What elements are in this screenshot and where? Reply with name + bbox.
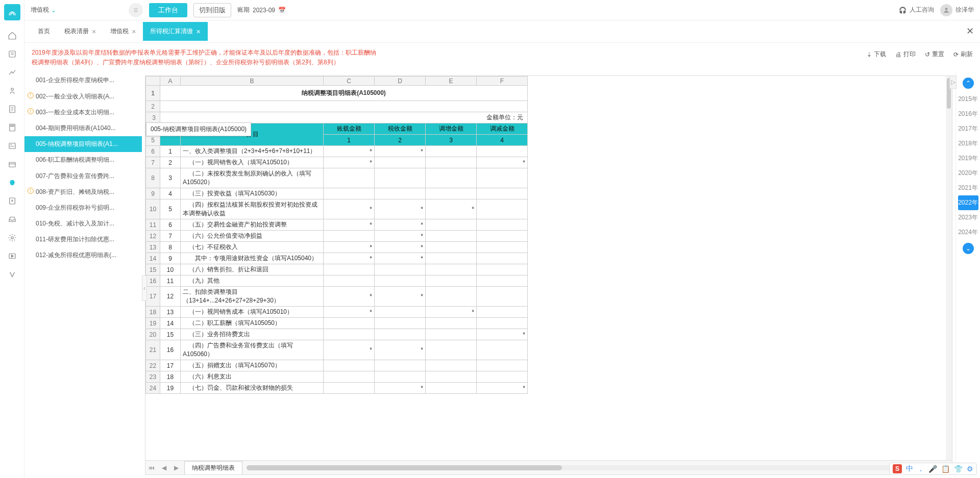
- cell-value[interactable]: [375, 157, 426, 168]
- cell-value[interactable]: [375, 307, 426, 318]
- form-list-item[interactable]: 010-免税、减计收入及加计...: [24, 216, 142, 232]
- nav-money-icon[interactable]: [0, 82, 24, 100]
- cell-value[interactable]: *: [324, 157, 375, 168]
- nav-settings-icon[interactable]: [0, 229, 24, 247]
- cell-item[interactable]: （二）职工薪酬（填写A105050）: [181, 318, 324, 329]
- cell-item[interactable]: （五）交易性金融资产初始投资调整: [181, 219, 324, 231]
- expand-handle[interactable]: ▷: [949, 76, 957, 89]
- cell-value[interactable]: *: [426, 199, 477, 219]
- column-header[interactable]: F: [477, 77, 528, 86]
- cell-value[interactable]: *: [324, 199, 375, 219]
- cell-value[interactable]: *: [375, 231, 426, 242]
- cell-value[interactable]: [426, 231, 477, 242]
- row-header[interactable]: 22: [146, 360, 160, 371]
- nav-video-icon[interactable]: [0, 247, 24, 265]
- cell-value[interactable]: [426, 264, 477, 275]
- cell-value[interactable]: [477, 264, 528, 275]
- ime-mic-icon[interactable]: 🎤: [928, 465, 937, 473]
- cell-value[interactable]: *: [477, 329, 528, 340]
- tab-首页[interactable]: 首页: [31, 22, 57, 41]
- row-header[interactable]: 24: [146, 383, 160, 394]
- cell-value[interactable]: [426, 371, 477, 383]
- cell-value[interactable]: [426, 318, 477, 329]
- cell-value[interactable]: [477, 360, 528, 371]
- nav-home-icon[interactable]: [0, 27, 24, 45]
- nav-report-icon[interactable]: [0, 137, 24, 155]
- cell-item[interactable]: （一）视同销售收入（填写A105010）: [181, 157, 324, 168]
- cell-value[interactable]: [477, 242, 528, 253]
- cell-value[interactable]: [477, 188, 528, 199]
- year-button[interactable]: 2020年: [958, 166, 978, 181]
- cell-item[interactable]: （九）其他: [181, 275, 324, 287]
- cell-item[interactable]: （三）业务招待费支出: [181, 329, 324, 340]
- cell-value[interactable]: *: [324, 242, 375, 253]
- row-header[interactable]: 13: [146, 242, 160, 253]
- cell-value[interactable]: [426, 287, 477, 307]
- cell-item[interactable]: （三）投资收益（填写A105030）: [181, 188, 324, 199]
- print-button[interactable]: 🖨打印: [895, 50, 916, 59]
- nav-inbox-icon[interactable]: [0, 210, 24, 229]
- cell-value[interactable]: *: [324, 253, 375, 264]
- cell-value[interactable]: *: [324, 219, 375, 231]
- cell-value[interactable]: *: [375, 219, 426, 231]
- row-header[interactable]: 14: [146, 253, 160, 264]
- cell-value[interactable]: [426, 383, 477, 394]
- cell-value[interactable]: [477, 318, 528, 329]
- cell-value[interactable]: [477, 253, 528, 264]
- close-tab-icon[interactable]: ✕: [966, 26, 974, 37]
- cell-value[interactable]: [324, 231, 375, 242]
- form-list-item[interactable]: !003-一般企业成本支出明细...: [24, 105, 142, 120]
- row-header[interactable]: 8: [146, 168, 160, 188]
- cell-seq[interactable]: 5: [160, 199, 181, 219]
- cell-seq[interactable]: 16: [160, 340, 181, 360]
- row-header[interactable]: 19: [146, 318, 160, 329]
- year-button[interactable]: 2019年: [958, 151, 978, 166]
- ime-item[interactable]: ，: [917, 464, 924, 473]
- cell-value[interactable]: [477, 340, 528, 360]
- row-header[interactable]: 15: [146, 264, 160, 275]
- cell-seq[interactable]: 3: [160, 168, 181, 188]
- cell-value[interactable]: [426, 146, 477, 157]
- cell-item[interactable]: （四）按权益法核算长期股权投资对初始投资成本调整确认收益: [181, 199, 324, 219]
- cell-value[interactable]: *: [324, 307, 375, 318]
- year-scroll-up[interactable]: ⌃: [963, 78, 974, 89]
- cell-value[interactable]: [477, 287, 528, 307]
- form-list-item[interactable]: 004-期间费用明细表(A1040...: [24, 120, 142, 136]
- cell-item[interactable]: （七）罚金、罚款和被没收财物的损失: [181, 383, 324, 394]
- nav-calc-icon[interactable]: [0, 118, 24, 137]
- reset-button[interactable]: ↺重置: [925, 50, 944, 59]
- vertical-scrollbar[interactable]: [946, 76, 952, 460]
- cell-value[interactable]: *: [375, 199, 426, 219]
- row-header[interactable]: 9: [146, 188, 160, 199]
- user-menu[interactable]: 徐泽华: [940, 4, 974, 16]
- sheet-nav-prev[interactable]: ◀: [158, 464, 170, 471]
- cell-seq[interactable]: 13: [160, 307, 181, 318]
- download-button[interactable]: ⇣下载: [867, 50, 886, 59]
- cell-value[interactable]: [477, 146, 528, 157]
- row-header[interactable]: 18: [146, 307, 160, 318]
- collapse-handle[interactable]: ‹: [142, 275, 147, 301]
- cell-value[interactable]: [375, 275, 426, 287]
- row-header[interactable]: 11: [146, 219, 160, 231]
- cell-value[interactable]: [375, 264, 426, 275]
- cell-value[interactable]: [426, 157, 477, 168]
- support-link[interactable]: 🎧 人工咨询: [899, 6, 934, 14]
- sheet-nav-next[interactable]: ▶: [170, 464, 182, 471]
- cell-value[interactable]: [375, 318, 426, 329]
- cell-item[interactable]: （七）不征税收入: [181, 242, 324, 253]
- workbench-button[interactable]: 工作台: [149, 3, 187, 17]
- cell-seq[interactable]: 15: [160, 329, 181, 340]
- year-button[interactable]: 2021年: [958, 181, 978, 195]
- cell-seq[interactable]: 10: [160, 264, 181, 275]
- cell-value[interactable]: *: [426, 307, 477, 318]
- cell-value[interactable]: *: [375, 242, 426, 253]
- column-header[interactable]: B: [181, 77, 324, 86]
- cell-value[interactable]: [477, 231, 528, 242]
- cell-item[interactable]: 其中：专项用途财政性资金（填写A105040）: [181, 253, 324, 264]
- cell-seq[interactable]: 12: [160, 287, 181, 307]
- year-button[interactable]: 2017年: [958, 121, 978, 136]
- cell-value[interactable]: [324, 264, 375, 275]
- cell-seq[interactable]: 7: [160, 231, 181, 242]
- cell-value[interactable]: [375, 188, 426, 199]
- ime-toolbar[interactable]: S 中 ， 🎤 📋 👕 ⚙: [889, 463, 977, 475]
